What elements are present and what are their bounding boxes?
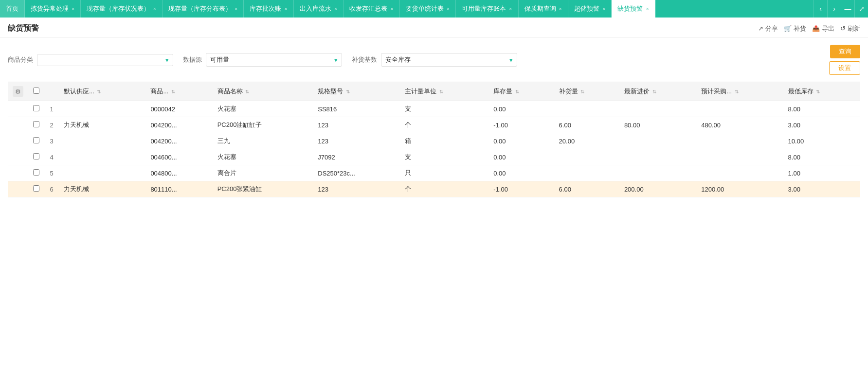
refresh-button[interactable]: ↺ 刷新 — [840, 24, 860, 33]
col-spec[interactable]: 规格型号 ⇅ — [313, 82, 400, 101]
tab-inventory-status-close[interactable]: × — [153, 6, 156, 12]
tab-requisition[interactable]: 要货单统计表 × — [400, 0, 456, 18]
tab-batch[interactable]: 库存批次账 × — [244, 0, 293, 18]
col-est-purchase[interactable]: 预计采购... ⇅ — [696, 82, 783, 101]
row-settings-cell — [8, 149, 28, 165]
row-name: PC200张紧油缸 — [213, 181, 313, 197]
tab-available-close[interactable]: × — [509, 6, 512, 12]
row-checkbox-2[interactable] — [33, 137, 39, 143]
row-name: 火花塞 — [213, 149, 313, 165]
col-replenish-qty[interactable]: 补货量 ⇅ — [554, 82, 619, 101]
table-row: 6 力天机械 801110... PC200张紧油缸 123 个 -1.00 6… — [8, 181, 860, 197]
col-name[interactable]: 商品名称 ⇅ — [213, 82, 313, 101]
tab-expiry[interactable]: 保质期查询 × — [519, 0, 568, 18]
row-code: 004200... — [145, 117, 212, 133]
col-code[interactable]: 商品... ⇅ — [145, 82, 212, 101]
table-row: 1 0000042 火花塞 SS816 支 0.00 8.00 — [8, 101, 860, 117]
tab-maximize-button[interactable]: ⤢ — [854, 0, 868, 18]
col-min-stock[interactable]: 最低库存 ⇅ — [783, 82, 860, 101]
col-unit[interactable]: 主计量单位 ⇅ — [400, 82, 488, 101]
row-est-purchase: 480.00 — [696, 117, 783, 133]
query-button[interactable]: 查询 — [830, 45, 860, 58]
row-checkbox-cell[interactable] — [28, 165, 44, 181]
tab-next-button[interactable]: › — [827, 0, 841, 18]
category-filter-group: 商品分类 ▾ — [8, 54, 173, 66]
tab-prev-button[interactable]: ‹ — [814, 0, 827, 18]
row-checkbox-4[interactable] — [33, 169, 39, 176]
row-checkbox-cell[interactable] — [28, 117, 44, 133]
row-checkbox-5[interactable] — [33, 185, 39, 192]
tab-abnormal[interactable]: 拣货异常处理 × — [25, 0, 81, 18]
col-latest-price[interactable]: 最新进价 ⇅ — [619, 82, 696, 101]
row-est-purchase — [696, 149, 783, 165]
tab-shortage-close[interactable]: × — [646, 6, 649, 12]
row-replenish-qty: 20.00 — [554, 133, 619, 149]
row-checkbox-3[interactable] — [33, 153, 39, 159]
tab-expiry-close[interactable]: × — [559, 6, 562, 12]
row-est-purchase — [696, 133, 783, 149]
col-stock[interactable]: 库存量 ⇅ — [488, 82, 554, 101]
replenish-icon: 🛒 — [784, 25, 792, 32]
tab-available[interactable]: 可用量库存账本 × — [456, 0, 518, 18]
row-name: 三九 — [213, 133, 313, 149]
row-checkbox-cell[interactable] — [28, 101, 44, 117]
row-replenish-qty: 6.00 — [554, 117, 619, 133]
row-min-stock: 8.00 — [783, 101, 860, 117]
datasource-filter-group: 数据源 可用量 ▾ — [183, 53, 342, 67]
tab-home[interactable]: 首页 — [0, 0, 25, 18]
row-latest-price — [619, 133, 696, 149]
col-supplier[interactable]: 默认供应... ⇅ — [59, 82, 145, 101]
setting-button[interactable]: 设置 — [829, 61, 860, 75]
row-unit: 只 — [400, 165, 488, 181]
tab-inout-close[interactable]: × — [334, 6, 337, 12]
row-settings-cell — [8, 101, 28, 117]
min-stock-sort-icon: ⇅ — [816, 89, 820, 94]
row-settings-cell — [8, 181, 28, 197]
datasource-select[interactable]: 可用量 ▾ — [206, 53, 342, 67]
supplier-sort-icon: ⇅ — [97, 89, 101, 94]
tab-overstock[interactable]: 超储预警 × — [568, 0, 612, 18]
column-settings-icon[interactable]: ⚙ — [13, 86, 23, 97]
tab-receive[interactable]: 收发存汇总表 × — [344, 0, 399, 18]
export-button[interactable]: 📤 导出 — [812, 24, 834, 33]
row-supplier — [59, 165, 145, 181]
tab-batch-close[interactable]: × — [284, 6, 287, 12]
row-checkbox-cell[interactable] — [28, 149, 44, 165]
row-checkbox-1[interactable] — [33, 121, 39, 127]
tab-receive-close[interactable]: × — [390, 6, 393, 12]
replenish-select[interactable]: 安全库存 ▾ — [381, 53, 517, 67]
tab-inout[interactable]: 出入库流水 × — [294, 0, 344, 18]
row-spec: 123 — [313, 133, 400, 149]
share-button[interactable]: ↗ 分享 — [758, 24, 778, 33]
tab-inventory-dist-close[interactable]: × — [235, 6, 237, 12]
tab-shortage[interactable]: 缺货预警 × — [612, 0, 655, 18]
data-table: ⚙ 默认供应... ⇅ 商品... ⇅ 商品名称 — [8, 82, 860, 197]
table-row: 3 004200... 三九 123 箱 0.00 20.00 10.00 — [8, 133, 860, 149]
datasource-chevron-icon: ▾ — [334, 56, 338, 64]
row-checkbox-0[interactable] — [33, 105, 39, 111]
row-replenish-qty — [554, 165, 619, 181]
row-est-purchase — [696, 165, 783, 181]
row-name: 火花塞 — [213, 101, 313, 117]
category-chevron-icon: ▾ — [165, 56, 169, 64]
replenish-button[interactable]: 🛒 补货 — [784, 24, 806, 33]
row-checkbox-cell[interactable] — [28, 133, 44, 149]
row-checkbox-cell[interactable] — [28, 181, 44, 197]
tab-minimize-button[interactable]: — — [841, 0, 854, 18]
row-replenish-qty — [554, 149, 619, 165]
category-select[interactable]: ▾ — [37, 54, 173, 66]
row-spec: 123 — [313, 181, 400, 197]
row-code: 004200... — [145, 133, 212, 149]
row-number: 5 — [44, 165, 59, 181]
row-min-stock: 3.00 — [783, 117, 860, 133]
tab-abnormal-close[interactable]: × — [72, 6, 74, 12]
filter-area: 商品分类 ▾ 数据源 可用量 ▾ 补货基数 安全库存 ▾ 查询 设置 — [0, 38, 868, 82]
select-all-checkbox[interactable] — [33, 88, 39, 94]
row-supplier — [59, 133, 145, 149]
row-spec: SS816 — [313, 101, 400, 117]
tab-overstock-close[interactable]: × — [602, 6, 605, 12]
tab-inventory-status[interactable]: 现存量（库存状况表） × — [81, 0, 162, 18]
tab-requisition-close[interactable]: × — [447, 6, 450, 12]
row-spec: J7092 — [313, 149, 400, 165]
tab-inventory-dist[interactable]: 现存量（库存分布表） × — [163, 0, 244, 18]
